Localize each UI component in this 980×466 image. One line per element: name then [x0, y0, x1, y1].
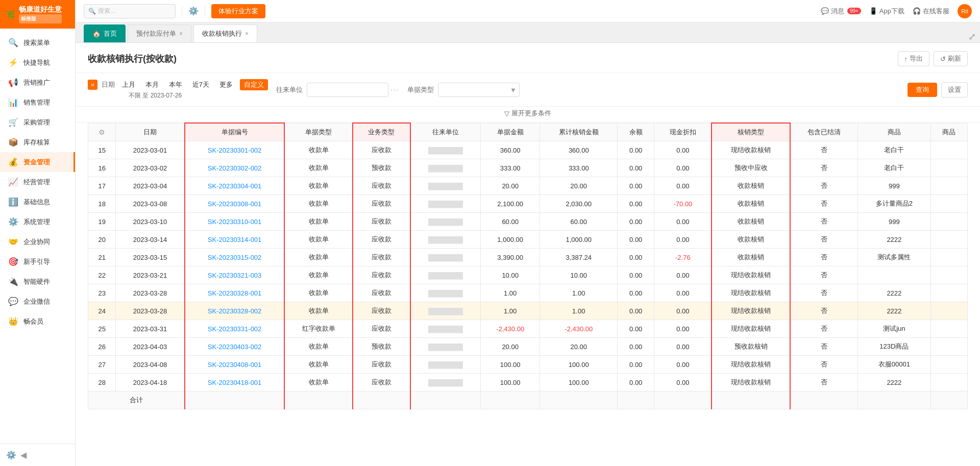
sidebar-item-12[interactable]: 🔌智能硬件 — [0, 272, 75, 291]
cell-balance: 0.00 — [618, 141, 654, 159]
sidebar-icon-3: 📊 — [8, 97, 18, 107]
th-voucher-type: 单据类型 — [284, 123, 352, 141]
date-this-year[interactable]: 本年 — [166, 79, 185, 90]
sidebar-item-3[interactable]: 📊销售管理 — [0, 92, 75, 112]
tab-home-label: 首页 — [104, 29, 117, 38]
date-last-month[interactable]: 上月 — [119, 79, 138, 90]
tab-prepayment[interactable]: 预付款应付单 × — [128, 24, 191, 42]
voucher-link[interactable]: SK-20230418-001 — [208, 379, 262, 386]
th-settings[interactable]: ⚙ — [88, 123, 116, 141]
voucher-link[interactable]: SK-20230328-001 — [208, 289, 262, 297]
maximize-icon[interactable]: ⤢ — [968, 31, 976, 42]
sidebar-item-11[interactable]: 🎯新手引导 — [0, 252, 75, 272]
date-7days[interactable]: 近7天 — [189, 79, 212, 90]
partner-input[interactable] — [307, 83, 388, 97]
cell-cash-discount: 0.00 — [654, 177, 712, 195]
sidebar-item-1[interactable]: ⚡快捷导航 — [0, 53, 75, 72]
cell-writeoff-type: 收款核销 — [712, 195, 790, 213]
total-amount — [480, 391, 540, 409]
voucher-type-input[interactable] — [438, 83, 520, 97]
table-settings-icon[interactable]: ⚙ — [99, 128, 105, 136]
cell-voucher-no: SK-20230304-001 — [185, 177, 285, 195]
cell-balance: 0.00 — [618, 374, 654, 391]
cell-biz-type: 预收款 — [353, 338, 410, 356]
user-avatar[interactable]: Rit — [958, 4, 972, 18]
setting-button[interactable]: 设置 — [941, 82, 968, 97]
gear-icon[interactable]: ⚙️ — [188, 6, 199, 16]
date-more[interactable]: 更多 — [216, 79, 236, 90]
sidebar-item-8[interactable]: ℹ️基础信息 — [0, 192, 75, 212]
sidebar-item-7[interactable]: 📈经营管理 — [0, 172, 75, 192]
sidebar-label-9: 系统管理 — [23, 217, 50, 227]
tab-writeoff-close[interactable]: × — [245, 30, 249, 37]
cell-product1: 衣服00001 — [857, 356, 930, 374]
voucher-link[interactable]: SK-20230328-002 — [208, 307, 262, 315]
refresh-button[interactable]: ↺ 刷新 — [934, 51, 968, 66]
cell-num: 23 — [88, 284, 116, 302]
cell-voucher-type: 收款单 — [284, 177, 352, 195]
filter-collapse-btn[interactable]: » — [88, 80, 97, 90]
cell-num: 28 — [88, 374, 116, 391]
sidebar: 🌿 畅康道好生意 标推版 🔍搜索菜单⚡快捷导航📢营销推广📊销售管理🛒采购管理📦库… — [0, 0, 76, 466]
th-product2: 商品 — [930, 123, 967, 141]
date-custom[interactable]: 自定义 — [240, 79, 268, 90]
app-download-item[interactable]: 📱 App下载 — [869, 7, 904, 16]
voucher-link[interactable]: SK-20230315-002 — [208, 254, 262, 261]
cell-date: 2023-03-14 — [116, 231, 185, 249]
voucher-link[interactable]: SK-20230302-002 — [208, 164, 262, 172]
online-service-item[interactable]: 🎧 在线客服 — [913, 7, 949, 16]
sidebar-item-13[interactable]: 💬企业微信 — [0, 291, 75, 311]
sidebar-item-9[interactable]: ⚙️系统管理 — [0, 212, 75, 232]
collapse-icon[interactable]: ◀ — [20, 450, 27, 460]
cell-biz-type: 应收款 — [353, 249, 410, 266]
cell-amount: 1,000.00 — [480, 231, 540, 249]
cell-voucher-no: SK-20230328-001 — [185, 284, 285, 302]
sidebar-item-2[interactable]: 📢营销推广 — [0, 72, 75, 92]
total-included — [790, 391, 858, 409]
date-this-month[interactable]: 本月 — [142, 79, 162, 90]
voucher-link[interactable]: SK-20230408-001 — [208, 361, 262, 369]
cell-voucher-no: SK-20230331-002 — [185, 320, 285, 338]
expand-conditions-btn[interactable]: ▽ 展开更多条件 — [504, 109, 551, 118]
cell-amount: 10.00 — [480, 266, 540, 284]
cell-writeoff-amount: 1.00 — [540, 302, 618, 320]
cell-amount: 1.00 — [480, 284, 540, 302]
cell-partner: ████████ — [410, 249, 480, 266]
voucher-link[interactable]: SK-20230308-001 — [208, 200, 262, 208]
table-row: 21 2023-03-15 SK-20230315-002 收款单 应收款 ██… — [88, 249, 968, 266]
messages-item[interactable]: 💬 消息 99+ — [821, 7, 861, 16]
tab-home[interactable]: 🏠 首页 — [84, 24, 126, 42]
voucher-link[interactable]: SK-20230301-002 — [208, 146, 262, 154]
topbar-search[interactable]: 🔍 搜索... — [84, 4, 176, 18]
voucher-link[interactable]: SK-20230331-002 — [208, 325, 262, 333]
table-row: 27 2023-04-08 SK-20230408-001 收款单 应收款 ██… — [88, 356, 968, 374]
query-button[interactable]: 查询 — [908, 83, 937, 97]
voucher-link[interactable]: SK-20230304-001 — [208, 182, 262, 190]
settings-icon[interactable]: ⚙️ — [6, 450, 16, 460]
cell-balance: 0.00 — [618, 213, 654, 231]
voucher-link[interactable]: SK-20230310-001 — [208, 218, 262, 226]
cell-writeoff-type: 收款核销 — [712, 177, 790, 195]
voucher-link[interactable]: SK-20230314-001 — [208, 236, 262, 243]
sidebar-item-10[interactable]: 🤝企业协同 — [0, 232, 75, 252]
sidebar-item-5[interactable]: 📦库存核算 — [0, 132, 75, 152]
sidebar-item-4[interactable]: 🛒采购管理 — [0, 112, 75, 132]
voucher-link[interactable]: SK-20230321-003 — [208, 272, 262, 279]
online-service-label: 在线客服 — [923, 7, 949, 16]
tab-prepayment-close[interactable]: × — [179, 30, 183, 37]
solution-button[interactable]: 体验行业方案 — [211, 4, 265, 18]
export-button[interactable]: ↑ 导出 — [898, 51, 930, 66]
cell-cash-discount: 0.00 — [654, 213, 712, 231]
sidebar-item-14[interactable]: 👑畅会员 — [0, 311, 75, 331]
tab-writeoff[interactable]: 收款核销执行 × — [193, 24, 257, 42]
cell-included: 否 — [790, 302, 858, 320]
sidebar-item-0[interactable]: 🔍搜索菜单 — [0, 33, 75, 53]
cell-balance: 0.00 — [618, 249, 654, 266]
cell-product2 — [930, 141, 967, 159]
voucher-link[interactable]: SK-20230403-002 — [208, 343, 262, 351]
sidebar-item-6[interactable]: 💰资金管理 — [0, 152, 75, 172]
topbar-divider2 — [205, 6, 205, 16]
cell-amount: 1.00 — [480, 302, 540, 320]
table-scroll[interactable]: ⚙ 日期 单据编号 单据类型 业务类型 往来单位 单据金额 累计核销金额 余额 … — [88, 122, 968, 409]
messages-badge: 99+ — [847, 8, 861, 14]
